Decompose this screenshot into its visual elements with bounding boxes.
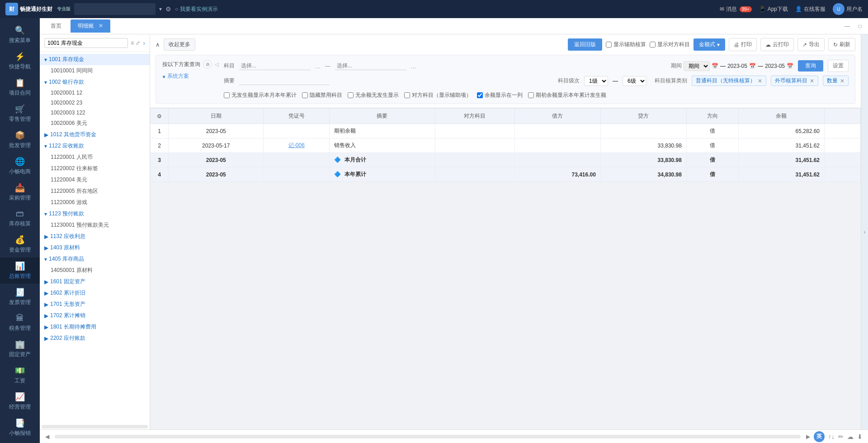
checkbox-year-start-input[interactable] xyxy=(528,92,534,98)
calendar-end-icon[interactable]: 📅 xyxy=(787,63,793,69)
message-btn[interactable]: ✉ 消息 99+ xyxy=(720,5,752,13)
account-scrollbar[interactable] xyxy=(42,425,148,429)
scheme-selector[interactable]: ● 系统方案 xyxy=(162,72,218,80)
sidebar-item-tax[interactable]: 🏛 税务管理 xyxy=(0,310,40,336)
scroll-right-icon[interactable]: ▶ xyxy=(806,433,810,440)
account-list-icon[interactable]: ≡ xyxy=(131,40,134,46)
period-type-select[interactable]: 期间月份 xyxy=(684,61,710,71)
sidebar-item-retail[interactable]: 🛒 零售管理 xyxy=(0,100,40,127)
back-to-old-btn[interactable]: 返回旧版 xyxy=(568,38,602,51)
sidebar-item-wholesale[interactable]: 📦 批发管理 xyxy=(0,127,40,153)
tree-item-11220005[interactable]: 11220005 所在地区 xyxy=(40,186,150,197)
sidebar-item-invoice[interactable]: 🧾 发票管理 xyxy=(0,284,40,310)
tree-item-11220001[interactable]: 11220001 人民币 xyxy=(40,152,150,163)
account-nav-arrow[interactable]: › xyxy=(143,39,145,47)
sidebar-item-business[interactable]: 📈 经营管理 xyxy=(0,388,40,414)
table-gear-icon[interactable]: ⚙ xyxy=(157,113,162,119)
tab-detail[interactable]: 明细账 ✕ xyxy=(71,19,110,33)
query-btn[interactable]: 查询 xyxy=(798,60,823,71)
subject-dots2[interactable]: ... xyxy=(411,62,416,70)
window-minimize-btn[interactable]: — xyxy=(843,22,852,31)
type-tag1-close[interactable]: ✕ xyxy=(758,78,762,84)
sidebar-item-fund[interactable]: 💰 资金管理 xyxy=(0,231,40,257)
account-search-input[interactable] xyxy=(44,38,128,48)
tree-item-10020002[interactable]: 10020002 23 xyxy=(40,98,150,108)
checkbox-hide-disabled[interactable]: 隐藏禁用科目 xyxy=(302,91,342,99)
scroll-left-icon[interactable]: ◀ xyxy=(45,433,49,440)
sidebar-item-inventory[interactable]: 🗃 库存核算 xyxy=(0,205,40,231)
topbar-gear-icon[interactable]: ⚙ xyxy=(165,5,171,13)
show-opposite-checkbox[interactable]: 显示对方科目 xyxy=(650,41,690,48)
bottom-download-icon[interactable]: ⬇ xyxy=(857,433,863,440)
sidebar-item-purchase[interactable]: 📥 采购管理 xyxy=(0,179,40,205)
tree-item-14050001[interactable]: 14050001 原材料 xyxy=(40,265,150,276)
calendar-icon[interactable]: 📅 xyxy=(712,63,718,69)
tree-item-10010001[interactable]: 10010001 同同同 xyxy=(40,65,150,76)
checkbox-year-start[interactable]: 期初余额显示本年累计发生额 xyxy=(528,91,606,99)
tree-item-11230001[interactable]: 11230001 预付账款美元 xyxy=(40,219,150,231)
type-tag2-close[interactable]: ✕ xyxy=(810,78,814,84)
tree-item-1403[interactable]: ▶ 1403 原材料 xyxy=(40,242,150,253)
checkbox-no-balance-input[interactable] xyxy=(348,92,354,98)
tree-item-1122[interactable]: ▾ 1122 应收账款 xyxy=(40,140,150,152)
tree-item-1405[interactable]: ▾ 1405 库存商品 xyxy=(40,253,150,265)
topbar-dropdown-icon[interactable]: ▾ xyxy=(159,6,162,12)
sidebar-item-project[interactable]: 📋 项目合同 xyxy=(0,74,40,100)
bottom-cloud-icon[interactable]: ☁ xyxy=(847,433,854,440)
online-service-btn[interactable]: 👤 在线客服 xyxy=(795,5,826,13)
account-expand-icon[interactable]: ⤢ xyxy=(136,40,140,46)
sidebar-item-sales[interactable]: 📑 小畅报销 xyxy=(0,414,40,441)
subject-input[interactable] xyxy=(239,62,311,70)
sidebar-item-basic[interactable]: ℹ 基础信息 xyxy=(0,441,40,443)
sidebar-item-quick-nav[interactable]: ⚡ 快捷导航 xyxy=(0,48,40,74)
tree-item-11220004[interactable]: 11220004 美元 xyxy=(40,174,150,186)
bottom-sort-icon[interactable]: ↑↓ xyxy=(828,433,835,440)
sidebar-item-search[interactable]: 🔍 搜索菜单 xyxy=(0,22,40,48)
show-aux-input[interactable] xyxy=(606,42,612,48)
checkbox-balance-one-col[interactable]: 余额显示在一列 xyxy=(477,91,523,99)
tree-item-1702[interactable]: ▶ 1702 累计摊销 xyxy=(40,310,150,321)
level-end-select[interactable]: 6级5级4级3级 xyxy=(623,76,646,86)
tree-item-1123[interactable]: ▾ 1123 预付账款 xyxy=(40,208,150,219)
filter-settings-btn[interactable]: 设置 xyxy=(828,60,849,72)
show-opposite-input[interactable] xyxy=(650,42,656,48)
export-btn[interactable]: ↗ 导出 xyxy=(797,38,825,51)
sidebar-item-fixed-assets[interactable]: 🏢 固定资产 xyxy=(0,336,40,362)
checkbox-no-balance[interactable]: 无余额无发生显示 xyxy=(348,91,399,99)
tree-item-1132[interactable]: ▶ 1132 应收利息 xyxy=(40,231,150,242)
tree-item-1701[interactable]: ▶ 1701 无形资产 xyxy=(40,299,150,310)
subject-dots[interactable]: ... xyxy=(315,62,321,70)
subject-input2[interactable] xyxy=(335,62,406,70)
filter-collapse-icon[interactable]: ◁ xyxy=(215,62,218,67)
checkbox-opposite-subject-input[interactable] xyxy=(404,92,410,98)
bottom-edit-icon[interactable]: ✏ xyxy=(838,433,844,440)
sidebar-item-ecommerce[interactable]: 🌐 小畅电商 xyxy=(0,153,40,179)
refresh-btn[interactable]: ↻ 刷新 xyxy=(828,38,855,51)
tree-item-11220006[interactable]: 11220006 游戏 xyxy=(40,197,150,208)
topbar-search-input[interactable] xyxy=(74,3,156,15)
tree-item-1002[interactable]: ▾ 1002 银行存款 xyxy=(40,76,150,88)
mode-btn[interactable]: 金额式 ▾ xyxy=(693,38,725,51)
tree-item-1801[interactable]: ▶ 1801 长期待摊费用 xyxy=(40,321,150,333)
tree-item-1602[interactable]: ▶ 1602 累计折旧 xyxy=(40,287,150,299)
checkbox-no-amount[interactable]: 无发生额显示本月本年累计 xyxy=(224,91,297,99)
input-method-btn[interactable]: 英 xyxy=(814,431,825,442)
user-profile[interactable]: U 用户名 xyxy=(833,3,863,15)
checkbox-opposite-subject[interactable]: 对方科目（显示辅助项） xyxy=(404,91,472,99)
type-tag3-close[interactable]: ✕ xyxy=(840,78,844,84)
show-aux-checkbox[interactable]: 显示辅助核算 xyxy=(606,41,646,48)
checkbox-no-amount-input[interactable] xyxy=(224,92,230,98)
demo-link[interactable]: ○ 我要看实例演示 xyxy=(175,5,218,13)
tree-item-10020006[interactable]: 10020006 美元 xyxy=(40,118,150,129)
checkbox-balance-one-col-input[interactable] xyxy=(477,92,483,98)
app-download-btn[interactable]: 📱 App下载 xyxy=(759,5,788,13)
right-collapse-handle[interactable]: › xyxy=(861,34,868,429)
tab-home[interactable]: 首页 xyxy=(43,19,69,33)
tree-item-10020001[interactable]: 10020001 12 xyxy=(40,88,150,98)
print-btn[interactable]: 🖨 打印 xyxy=(729,38,757,51)
tree-item-11220002[interactable]: 11220002 往来标签 xyxy=(40,163,150,174)
checkbox-hide-disabled-input[interactable] xyxy=(302,92,308,98)
tree-item-10020003[interactable]: 10020003 122 xyxy=(40,108,150,118)
scheme-settings-icon[interactable]: ⚙ xyxy=(203,60,212,69)
level-start-select[interactable]: 1级2级3级 xyxy=(584,76,608,86)
